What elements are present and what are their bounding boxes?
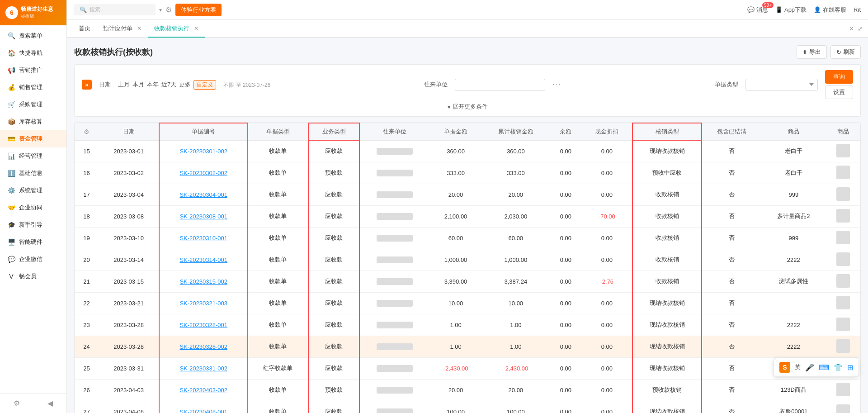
table-container: ⚙ 日期 单据编号 单据类型 业务类型 往来单位 单据金额 累计核销金额 余额 … <box>74 122 861 413</box>
filter-doc-type-label: 单据类型 <box>715 81 738 89</box>
sidebar-item-operation[interactable]: 📊 经营管理 <box>0 147 66 165</box>
sidebar-item-search[interactable]: 🔍 搜索菜单 <box>0 27 66 44</box>
tab-close-payable[interactable]: ✕ <box>137 25 142 32</box>
doc-no-link[interactable]: SK-20230328-002 <box>179 343 227 350</box>
doc-no-link[interactable]: SK-20230315-002 <box>179 278 227 285</box>
sidebar-item-guide[interactable]: 🎓 新手引导 <box>0 216 66 233</box>
tab-payable[interactable]: 预计应付单✕ <box>97 20 148 38</box>
cell-partner <box>359 249 429 271</box>
sidebar-item-wechat[interactable]: 💬 企业微信 <box>0 251 66 268</box>
sidebar-collapse-btn[interactable]: ◀ <box>44 397 57 409</box>
doc-no-link[interactable]: SK-20230321-003 <box>179 300 227 307</box>
sidebar-item-basic[interactable]: ℹ️ 基础信息 <box>0 165 66 182</box>
float-mic-icon[interactable]: 🎤 <box>805 363 814 372</box>
float-grid-icon[interactable]: ⊞ <box>847 363 853 372</box>
main-table: ⚙ 日期 单据编号 单据类型 业务类型 往来单位 单据金额 累计核销金额 余额 … <box>75 123 860 413</box>
filter-expand-btn[interactable]: » <box>82 80 92 90</box>
cell-no: 18 <box>75 205 99 227</box>
float-keyboard-icon[interactable]: ⌨ <box>819 363 829 372</box>
cell-verified: 10.00 <box>482 292 550 314</box>
tab-home[interactable]: 首页 <box>72 20 97 38</box>
cell-verified: 20.00 <box>482 379 550 401</box>
sidebar-item-enterprise[interactable]: 🤝 企业协同 <box>0 199 66 216</box>
sidebar-item-finance[interactable]: 💳 资金管理 <box>0 130 66 147</box>
message-btn[interactable]: 💬 消息 99+ <box>747 6 768 14</box>
cell-biz-type: 应收款 <box>308 401 360 413</box>
filter-doc-type-select[interactable] <box>745 79 818 91</box>
cell-verified: 60.00 <box>482 227 550 249</box>
header-gear-icon[interactable]: ⚙ <box>165 5 172 14</box>
app-download-btn[interactable]: 📱 App下载 <box>775 6 807 14</box>
header-chevron-icon[interactable]: ▾ <box>159 7 162 13</box>
sidebar-item-marketing[interactable]: 📢 营销推广 <box>0 62 66 79</box>
partner-value <box>377 322 413 328</box>
partner-value <box>377 300 413 307</box>
doc-no-link[interactable]: SK-20230301-002 <box>179 148 227 155</box>
doc-no-link[interactable]: SK-20230408-001 <box>179 408 227 413</box>
wechat-icon: 💬 <box>7 256 15 263</box>
cell-verified: 100.00 <box>482 401 550 413</box>
sidebar-item-member[interactable]: V 畅会员 <box>0 268 66 285</box>
cell-discount: 0.00 <box>582 336 632 357</box>
cell-goods-thumb <box>826 314 860 336</box>
online-service-btn[interactable]: 👤 在线客服 <box>814 6 846 14</box>
tab-maximize-icon[interactable]: ⤢ <box>858 25 863 32</box>
system-icon: ⚙️ <box>7 187 15 194</box>
float-shirt-icon[interactable]: 👕 <box>834 363 843 372</box>
cell-goods: 老白干 <box>761 140 826 162</box>
cell-verified: 333.00 <box>482 162 550 184</box>
doc-no-link[interactable]: SK-20230403-002 <box>179 387 227 394</box>
doc-no-link[interactable]: SK-20230302-002 <box>179 170 227 176</box>
cell-no: 19 <box>75 227 99 249</box>
filter-settings-btn[interactable]: 设置 <box>825 85 853 99</box>
filter-dots[interactable]: ··· <box>552 81 561 89</box>
col-header-gear[interactable]: ⚙ <box>75 123 99 140</box>
user-name[interactable]: Rit <box>854 6 861 13</box>
cell-include-settled: 否 <box>702 205 761 227</box>
doc-no-link[interactable]: SK-20230314-001 <box>179 256 227 263</box>
cell-no: 21 <box>75 271 99 292</box>
export-btn[interactable]: ⬆ 导出 <box>797 45 827 59</box>
sidebar-item-hardware[interactable]: 🖥️ 智能硬件 <box>0 233 66 251</box>
filter-last-7days[interactable]: 近7天 <box>161 81 176 89</box>
sidebar-item-inventory[interactable]: 📦 库存核算 <box>0 113 66 130</box>
gear-icon[interactable]: ⚙ <box>84 128 90 135</box>
doc-no-link[interactable]: SK-20230308-001 <box>179 213 227 220</box>
filter-custom-tag[interactable]: 自定义 <box>193 80 216 90</box>
float-ying-btn[interactable]: 英 <box>795 363 801 371</box>
doc-no-link[interactable]: SK-20230310-001 <box>179 235 227 242</box>
doc-no-link[interactable]: SK-20230331-002 <box>179 365 227 372</box>
refresh-icon: ↻ <box>836 49 841 56</box>
query-btn[interactable]: 查询 <box>825 70 853 84</box>
header-search-box[interactable]: 🔍 搜索... <box>74 4 156 15</box>
filter-more[interactable]: 更多 <box>179 81 191 89</box>
cell-goods: 多计量商品2 <box>761 205 826 227</box>
industry-solution-btn[interactable]: 体验行业方案 <box>175 4 222 16</box>
cell-goods-thumb <box>826 205 860 227</box>
cell-doc-type: 收款单 <box>248 271 308 292</box>
sidebar-item-system[interactable]: ⚙️ 系统管理 <box>0 182 66 199</box>
basic-icon: ℹ️ <box>7 170 15 177</box>
search-icon: 🔍 <box>7 32 15 39</box>
cell-discount: 0.00 <box>582 227 632 249</box>
filter-this-year[interactable]: 本年 <box>147 81 159 89</box>
cell-cancel-type: 预收款核销 <box>632 379 702 401</box>
partner-value <box>377 387 413 394</box>
tab-bar-right: ✕ ⤢ <box>849 25 863 32</box>
filter-partner-input[interactable] <box>455 79 545 91</box>
expand-more-btn[interactable]: ▾ 展开更多条件 <box>448 103 488 111</box>
sidebar-item-quicknav[interactable]: 🏠 快捷导航 <box>0 44 66 62</box>
doc-no-link[interactable]: SK-20230304-001 <box>179 191 227 198</box>
filter-last-month[interactable]: 上月 <box>118 81 130 89</box>
refresh-btn[interactable]: ↻ 刷新 <box>830 45 861 59</box>
tab-close-icon[interactable]: ✕ <box>849 25 854 32</box>
sidebar-item-purchase[interactable]: 🛒 采购管理 <box>0 96 66 113</box>
cell-partner <box>359 205 429 227</box>
tab-close-collection[interactable]: ✕ <box>194 25 198 32</box>
filter-this-month[interactable]: 本月 <box>132 81 144 89</box>
cell-verified: 1.00 <box>482 336 550 357</box>
sidebar-item-sales[interactable]: 💰 销售管理 <box>0 79 66 96</box>
tab-collection[interactable]: 收款核销执行✕ <box>148 20 205 38</box>
doc-no-link[interactable]: SK-20230328-001 <box>179 322 227 328</box>
sidebar-settings-btn[interactable]: ⚙ <box>10 397 24 409</box>
